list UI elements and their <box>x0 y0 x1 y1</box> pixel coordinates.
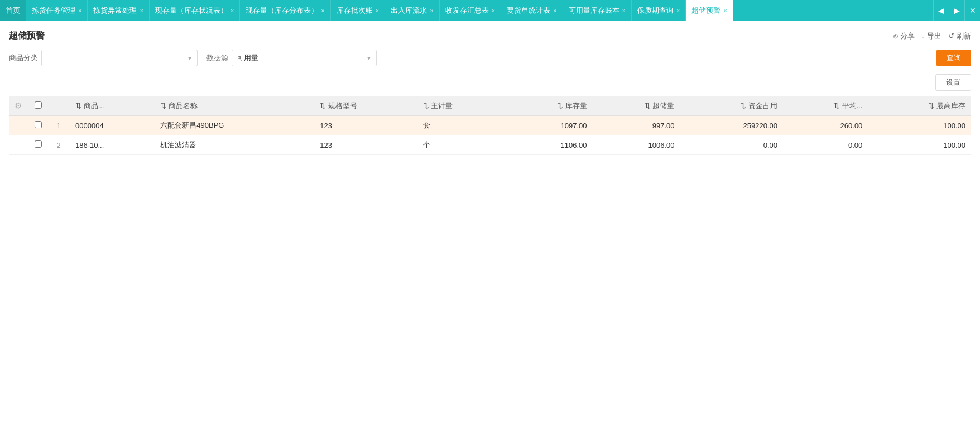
datasource-filter: 数据源 可用量 ▼ <box>206 50 377 66</box>
filter-actions: 查询 <box>936 50 971 66</box>
table-header-row: ⚙ ⇅ 商品... ⇅ 商品名称 ⇅ 规格型号 <box>9 96 971 116</box>
export-icon: ↓ <box>921 32 925 40</box>
th-avg: ⇅ 平均... <box>783 96 868 116</box>
nav-tab-inout[interactable]: 出入库流水 × <box>385 0 439 21</box>
page-title: 超储预警 <box>9 30 45 42</box>
td-overflow: 997.00 <box>593 116 680 135</box>
gear-icon[interactable]: ⚙ <box>15 101 22 110</box>
close-icon[interactable]: × <box>78 7 81 14</box>
td-max-stock: 100.00 <box>868 116 971 135</box>
td-capital: 259220.00 <box>680 116 783 135</box>
chevron-down-icon: ▼ <box>187 55 193 61</box>
header-actions: ⎋ 分享 ↓ 导出 ↺ 刷新 <box>893 31 972 41</box>
sort-icon[interactable]: ⇅ <box>423 101 429 110</box>
nav-tab-pick-exception[interactable]: 拣货异常处理 × <box>88 0 149 21</box>
th-overflow: ⇅ 超储量 <box>593 96 680 116</box>
nav-prev-button[interactable]: ◀ <box>933 0 949 21</box>
page-content: 超储预警 ⎋ 分享 ↓ 导出 ↺ 刷新 商品分类 ▼ 数据源 <box>0 21 980 446</box>
close-icon[interactable]: × <box>321 7 324 14</box>
close-icon[interactable]: × <box>553 7 556 14</box>
query-button[interactable]: 查询 <box>936 50 971 66</box>
data-table: ⚙ ⇅ 商品... ⇅ 商品名称 ⇅ 规格型号 <box>9 96 971 155</box>
close-icon[interactable]: × <box>376 7 379 14</box>
td-unit: 套 <box>417 116 505 135</box>
nav-arrows-container: ◀ ▶ ✕ <box>933 0 980 21</box>
td-capital: 0.00 <box>680 135 783 155</box>
nav-next-button[interactable]: ▶ <box>949 0 964 21</box>
table-row: 2 186-10... 机油滤清器 123 个 1106.00 1006.00 … <box>9 135 971 155</box>
nav-tab-overflow[interactable]: 超储预警 × <box>686 0 733 21</box>
table-row: 1 0000004 六配套新昌490BPG 123 套 1097.00 997.… <box>9 116 971 135</box>
nav-tab-home[interactable]: 首页 <box>0 0 26 21</box>
sort-icon[interactable]: ⇅ <box>928 101 934 110</box>
settings-button[interactable]: 设置 <box>935 74 971 91</box>
nav-tab-batch[interactable]: 库存批次账 × <box>331 0 385 21</box>
td-unit: 个 <box>417 135 505 155</box>
category-select[interactable]: ▼ <box>41 50 198 66</box>
sort-icon[interactable]: ⇅ <box>75 101 81 110</box>
close-icon[interactable]: × <box>140 7 143 14</box>
share-button[interactable]: ⎋ 分享 <box>893 31 915 41</box>
export-button[interactable]: ↓ 导出 <box>921 31 942 41</box>
td-product-name: 机油滤清器 <box>155 135 314 155</box>
nav-tab-pick-task[interactable]: 拣货任务管理 × <box>26 0 88 21</box>
close-icon[interactable]: × <box>622 7 626 14</box>
sort-icon[interactable]: ⇅ <box>320 101 326 110</box>
select-all-checkbox[interactable] <box>35 101 42 109</box>
filter-bar: 商品分类 ▼ 数据源 可用量 ▼ 查询 <box>9 50 971 66</box>
td-gear <box>9 135 29 155</box>
row-checkbox[interactable] <box>35 140 42 148</box>
th-max-stock: ⇅ 最高库存 <box>868 96 971 116</box>
chevron-down-icon: ▼ <box>366 55 372 61</box>
nav-tab-stock-status[interactable]: 现存量（库存状况表） × <box>150 0 240 21</box>
td-stock: 1106.00 <box>505 135 593 155</box>
page-header: 超储预警 ⎋ 分享 ↓ 导出 ↺ 刷新 <box>9 30 971 42</box>
refresh-icon: ↺ <box>948 32 954 40</box>
datasource-value: 可用量 <box>237 53 258 63</box>
td-product-code: 186-10... <box>70 135 155 155</box>
nav-tab-order-stats[interactable]: 要货单统计表 × <box>501 0 563 21</box>
th-unit: ⇅ 主计量 <box>417 96 505 116</box>
td-spec: 123 <box>314 116 417 135</box>
td-product-code: 0000004 <box>70 116 155 135</box>
close-icon[interactable]: × <box>230 7 234 14</box>
td-checkbox <box>29 135 47 155</box>
td-spec: 123 <box>314 135 417 155</box>
td-stock: 1097.00 <box>505 116 593 135</box>
datasource-label: 数据源 <box>206 53 228 63</box>
nav-tab-stock-dist[interactable]: 现存量（库存分布表） × <box>240 0 330 21</box>
nav-tab-expiry[interactable]: 保质期查询 × <box>632 0 686 21</box>
th-stock: ⇅ 库存量 <box>505 96 593 116</box>
th-capital: ⇅ 资金占用 <box>680 96 783 116</box>
td-gear <box>9 116 29 135</box>
th-checkbox <box>29 96 47 116</box>
close-icon[interactable]: × <box>430 7 433 14</box>
row-checkbox[interactable] <box>35 121 42 128</box>
td-rownum: 2 <box>47 135 70 155</box>
td-checkbox <box>29 116 47 135</box>
sort-icon[interactable]: ⇅ <box>557 101 563 110</box>
nav-close-button[interactable]: ✕ <box>964 0 980 21</box>
td-overflow: 1006.00 <box>593 135 680 155</box>
sort-icon[interactable]: ⇅ <box>740 101 746 110</box>
refresh-button[interactable]: ↺ 刷新 <box>948 31 971 41</box>
close-icon[interactable]: × <box>676 7 680 14</box>
th-spec: ⇅ 规格型号 <box>314 96 417 116</box>
th-product-code: ⇅ 商品... <box>70 96 155 116</box>
close-icon[interactable]: × <box>492 7 495 14</box>
share-icon: ⎋ <box>893 32 898 40</box>
td-max-stock: 100.00 <box>868 135 971 155</box>
sort-icon[interactable]: ⇅ <box>645 101 651 110</box>
th-gear: ⚙ <box>9 96 29 116</box>
td-rownum: 1 <box>47 116 70 135</box>
category-label: 商品分类 <box>9 53 38 63</box>
datasource-select[interactable]: 可用量 ▼ <box>232 50 377 66</box>
td-avg: 260.00 <box>783 116 868 135</box>
table-body: 1 0000004 六配套新昌490BPG 123 套 1097.00 997.… <box>9 116 971 155</box>
nav-tab-summary[interactable]: 收发存汇总表 × <box>440 0 501 21</box>
sort-icon[interactable]: ⇅ <box>160 101 166 110</box>
nav-tab-available[interactable]: 可用量库存账本 × <box>563 0 632 21</box>
sort-icon[interactable]: ⇅ <box>834 101 840 110</box>
td-avg: 0.00 <box>783 135 868 155</box>
close-icon[interactable]: × <box>723 7 727 14</box>
